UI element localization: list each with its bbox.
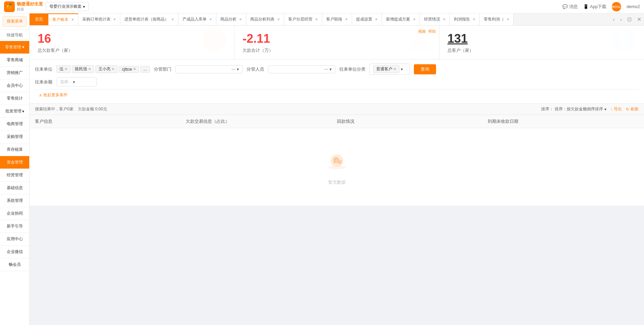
tab-close-customer-accounts[interactable]: ✕	[71, 18, 74, 22]
sidebar: 搜索菜单 快捷导航 零售管理 ▾ 零售商城 营销推广 会员中心 零售统计 批发管…	[0, 13, 30, 325]
tab-scroll-right[interactable]: ›	[617, 16, 625, 23]
tab-bar-actions: ‹ › ⊡ ✕	[610, 16, 644, 23]
tab-new-promotion[interactable]: 新增提成方案 ✕	[382, 13, 420, 26]
tab-close-product[interactable]: ✕	[209, 17, 212, 21]
sidebar-item-member-card[interactable]: 畅会员	[0, 258, 29, 271]
staff-filter-label: 分管人员	[247, 66, 264, 72]
tab-customer-segment[interactable]: 客户分层经营 ✕	[284, 13, 322, 26]
sidebar-item-retail-stats[interactable]: 零售统计	[0, 92, 29, 105]
unit-type-filter-select[interactable]: 普通客户 ✕ ▾	[370, 64, 410, 75]
sidebar-item-retail-mgmt[interactable]: 零售管理 ▾	[0, 41, 29, 54]
sort-selector[interactable]: 排序： 排序：按欠款金额倒序排序 ▾	[541, 106, 606, 112]
unit-filter-label: 往来单位	[35, 66, 52, 72]
staff-filter-select[interactable]: ⋯ ▾	[268, 65, 335, 73]
filter-tag-chen: 陈民强 ✕	[72, 65, 94, 73]
tab-close-analysis-list[interactable]: ✕	[277, 17, 280, 21]
export-button[interactable]: ↑ 导出	[610, 106, 622, 112]
sidebar-item-inventory[interactable]: 库存核算	[0, 143, 29, 156]
refresh-button[interactable]: ↻ 刷新	[626, 106, 639, 112]
tag-close-cjttcw[interactable]: ✕	[133, 67, 136, 71]
tab-close-profit[interactable]: ✕	[473, 17, 475, 21]
tab-close-retail-profit[interactable]: ✕	[507, 17, 509, 21]
sidebar-item-operations[interactable]: 经营管理	[0, 169, 29, 182]
tab-close-stock[interactable]: ✕	[171, 17, 174, 21]
result-summary: 搜索结果中，客户0家 欠款金额 0.00元	[35, 106, 107, 112]
logo-text: 畅捷通好生意	[17, 1, 43, 7]
tag-close-wu[interactable]: ✕	[65, 67, 68, 71]
tab-profit-report[interactable]: 利润报告 ✕	[450, 13, 480, 26]
sidebar-item-member[interactable]: 会员中心	[0, 79, 29, 92]
svg-rect-4	[626, 30, 636, 52]
app-download-btn[interactable]: 📱 App下载	[583, 4, 606, 10]
message-btn[interactable]: 💬 消息	[562, 4, 578, 10]
overdue-customers-value: 16	[38, 31, 226, 46]
sidebar-item-enterprise-wechat[interactable]: 企业微信	[0, 246, 29, 258]
search-menu-button[interactable]: 搜索菜单	[3, 16, 27, 27]
dept-filter-select[interactable]: ⋯ ▾	[175, 65, 243, 73]
tab-close-new-promotion[interactable]: ✕	[413, 17, 416, 21]
overdue-amount-value: -2.11	[243, 31, 431, 46]
tab-scroll-left[interactable]: ‹	[610, 16, 617, 23]
tab-product-analysis[interactable]: 商品分析 ✕	[216, 13, 246, 26]
tab-operations[interactable]: 经营情况 ✕	[420, 13, 450, 26]
query-button[interactable]: 查询	[414, 64, 436, 74]
tag-close-chen[interactable]: ✕	[88, 67, 91, 71]
sidebar-item-system[interactable]: 系统管理	[0, 194, 29, 207]
balance-filter-select[interactable]: 选择... ▾	[56, 77, 97, 86]
avatar[interactable]: demo2	[612, 2, 621, 11]
video-help-link[interactable]: 视频	[418, 29, 426, 34]
account-selector[interactable]: 母婴行业演示账套 ▾	[46, 2, 89, 11]
collapse-btn[interactable]: ∧ 收起更多条件	[35, 91, 639, 99]
chevron-icon: ▾	[22, 45, 24, 49]
total-customers-label: 总客户（家）	[447, 47, 636, 53]
tab-customer-accounts[interactable]: 客户账本 ✕	[48, 13, 78, 26]
tab-product-stock-in[interactable]: 产成品入库单 ✕	[178, 13, 216, 26]
overdue-customers-icon: ¥	[201, 27, 227, 58]
table-col-overdue-date: 到期未收款日期	[488, 118, 639, 124]
filter-tag-wu: 伍 ✕	[56, 65, 71, 73]
sidebar-item-marketing[interactable]: 营销推广	[0, 67, 29, 79]
sidebar-item-basic-info[interactable]: 基础信息	[0, 182, 29, 194]
unit-type-tag: 普通客户 ✕	[373, 65, 399, 73]
tab-close-analysis[interactable]: ✕	[239, 17, 242, 21]
chevron-down-icon: ▾	[604, 107, 606, 112]
sidebar-item-enterprise-coop[interactable]: 企业协同	[0, 207, 29, 220]
tab-close-purchase[interactable]: ✕	[113, 17, 116, 21]
right-panel: 首页 客户账本 ✕ 采购订单统计表 ✕ 进货单统计表（按商品） ✕ 产成品入库单…	[30, 13, 644, 325]
tab-stock-stats[interactable]: 进货单统计表（按商品） ✕	[120, 13, 178, 26]
chevron-down-icon: ▾	[401, 67, 403, 72]
sidebar-search-section: 搜索菜单	[0, 13, 29, 30]
sidebar-item-batch-mgmt[interactable]: 批发管理▾	[0, 105, 29, 118]
quick-nav-button[interactable]: 快捷导航	[0, 30, 29, 41]
empty-icon	[324, 148, 350, 175]
tab-close-operations[interactable]: ✕	[443, 17, 445, 21]
tab-retail-profit[interactable]: 零售利润（ ✕	[480, 13, 514, 26]
sidebar-item-purchase[interactable]: 采购管理	[0, 131, 29, 143]
content-area: 16 总欠款客户（家） ¥ -2.11 欠款合计（万）	[30, 26, 644, 325]
stat-card-total-customers: 131 总客户（家）	[439, 26, 644, 59]
tab-close-contact[interactable]: ✕	[345, 17, 348, 21]
table-container: 客户信息 欠款交易信息（占比） 回款情况 到期未收款日期	[30, 115, 644, 206]
tab-close-promotion[interactable]: ✕	[375, 17, 378, 21]
tab-maximize[interactable]: ⊡	[625, 16, 634, 23]
tab-customer-contact[interactable]: 客户联络 ✕	[322, 13, 352, 26]
tab-purchase-order-stats[interactable]: 采购订单统计表 ✕	[78, 13, 120, 26]
top-bar: 🍊 畅捷通好生意 标版 母婴行业演示账套 ▾ 💬 消息 📱 App下载 demo…	[0, 0, 644, 13]
tab-close-segment[interactable]: ✕	[315, 17, 318, 21]
tab-promotion-settings[interactable]: 提成设置 ✕	[352, 13, 382, 26]
tag-close-wang[interactable]: ✕	[112, 67, 115, 71]
sidebar-item-retail-mall[interactable]: 零售商城	[0, 54, 29, 67]
sidebar-item-finance[interactable]: 资金管理	[0, 156, 29, 169]
sidebar-item-app-center[interactable]: 应用中心	[0, 233, 29, 246]
sidebar-item-new-guide[interactable]: 新手引导	[0, 220, 29, 233]
filter-tag-more[interactable]: ...	[140, 66, 150, 73]
message-icon: 💬	[562, 4, 568, 9]
tab-product-analysis-list[interactable]: 商品分析列表 ✕	[246, 13, 284, 26]
tab-close-all[interactable]: ✕	[634, 16, 644, 23]
sidebar-item-ecommerce[interactable]: 电商管理	[0, 118, 29, 131]
table-col-overdue-trade: 欠款交易信息（占比）	[186, 118, 337, 124]
tab-home[interactable]: 首页	[30, 13, 48, 26]
tag-close-unit-type[interactable]: ✕	[393, 67, 396, 71]
help-link[interactable]: 帮助	[428, 29, 436, 34]
empty-state: 暂无数据	[30, 128, 644, 206]
